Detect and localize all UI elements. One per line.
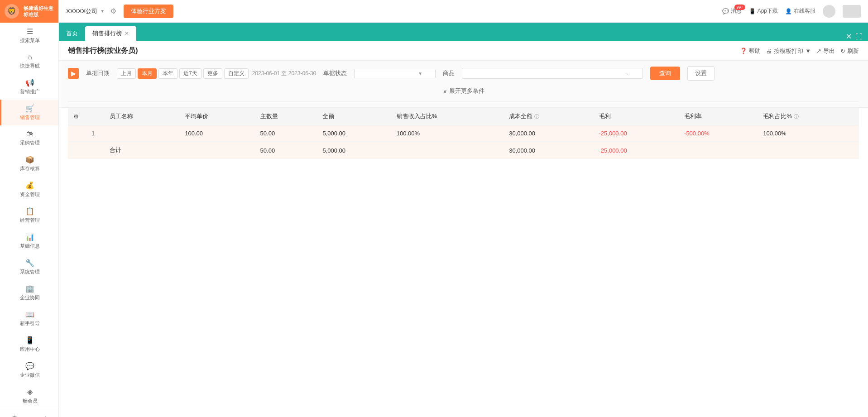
company-name: XXXXX公司	[66, 7, 97, 15]
cost-info-icon: ⓘ	[534, 114, 539, 119]
sidebar-item-finance[interactable]: 💰 资金管理	[0, 177, 58, 202]
help-button[interactable]: ❓ 帮助	[740, 47, 761, 55]
table-area: ⚙ 员工名称 平均单价 主数量 全额 销售收入占比% 成本全额 ⓘ 毛利 毛利率…	[59, 108, 868, 417]
col-total: 全额	[317, 108, 391, 125]
col-main-qty: 主数量	[255, 108, 317, 125]
table-settings-button[interactable]: 设置	[687, 66, 715, 81]
footer-gross-pct	[758, 142, 859, 159]
online-service-button[interactable]: 👤 在线客服	[785, 7, 815, 15]
export-button[interactable]: ↗ 导出	[816, 47, 835, 55]
notification-button[interactable]: 💬 消息 99+	[722, 7, 742, 15]
sidebar-item-quick-nav[interactable]: ⌂ 快捷导航	[0, 48, 58, 74]
sidebar-item-marketing[interactable]: 📢 营销推广	[0, 74, 58, 100]
close-all-tabs-button[interactable]: ✕	[846, 32, 852, 41]
topbar: XXXXX公司 ▼ ⚙ 体验行业方案 💬 消息 99+ 📱 App下载 👤 在线…	[59, 0, 868, 23]
sidebar-item-member[interactable]: ◈ 畅会员	[0, 383, 58, 409]
topbar-right: 💬 消息 99+ 📱 App下载 👤 在线客服	[722, 5, 861, 18]
main-content: XXXXX公司 ▼ ⚙ 体验行业方案 💬 消息 99+ 📱 App下载 👤 在线…	[59, 0, 868, 417]
tabs-actions: ✕ ⛶	[840, 32, 868, 41]
restore-tabs-button[interactable]: ⛶	[855, 33, 863, 41]
page-header: 销售排行榜(按业务员) ❓ 帮助 🖨 按模板打印 ▼ ↗ 导出 ↻ 刷新	[59, 41, 868, 61]
date-more-button[interactable]: 更多	[203, 68, 222, 79]
sidebar-item-operations[interactable]: 📋 经营管理	[0, 202, 58, 228]
date-prev-month-button[interactable]: 上月	[117, 68, 136, 79]
cell-rank: 1	[86, 125, 104, 142]
try-industry-button[interactable]: 体验行业方案	[124, 5, 173, 18]
sidebar-item-sales[interactable]: 🛒 销售管理	[0, 100, 58, 125]
operations-icon: 📋	[25, 207, 34, 216]
date-current-year-button[interactable]: 本年	[158, 68, 177, 79]
service-icon: 👤	[785, 8, 792, 14]
search-menu-icon: ☰	[27, 27, 33, 36]
status-select[interactable]: ▼	[354, 69, 436, 78]
tab-close-icon[interactable]: ✕	[125, 30, 129, 37]
cell-sales-pct: 100.00%	[391, 125, 504, 142]
tab-home[interactable]: 首页	[59, 26, 85, 41]
query-button[interactable]: 查询	[650, 67, 680, 80]
sidebar-item-inventory[interactable]: 📦 库存核算	[0, 151, 58, 177]
chevron-down-icon: ∨	[443, 88, 447, 95]
goods-label: 商品	[443, 69, 455, 77]
svg-text:🦁: 🦁	[7, 7, 16, 15]
table-header-row: ⚙ 员工名称 平均单价 主数量 全额 销售收入占比% 成本全额 ⓘ 毛利 毛利率…	[68, 108, 859, 125]
sidebar: 🦁 畅康通好生意 标准版 ☰ 搜索菜单 ⌂ 快捷导航 📢 营销推广 🛒 销售管理…	[0, 0, 59, 417]
sidebar-item-guide[interactable]: 📖 新手引导	[0, 306, 58, 331]
notification-badge: 99+	[734, 5, 745, 10]
sidebar-item-wechat[interactable]: 💬 企业微信	[0, 357, 58, 383]
sidebar-item-apps[interactable]: 📱 应用中心	[0, 331, 58, 357]
sidebar-item-purchase[interactable]: 🛍 采购管理	[0, 125, 58, 151]
col-cost-total: 成本全额 ⓘ	[504, 108, 593, 125]
system-icon: 🔧	[25, 259, 34, 267]
template-print-button[interactable]: 🖨 按模板打印 ▼	[766, 47, 811, 55]
print-icon: 🖨	[766, 48, 772, 54]
company-selector[interactable]: XXXXX公司 ▼	[66, 7, 105, 15]
collapse-icon[interactable]: ◄	[39, 414, 48, 417]
basic-icon: 📊	[25, 233, 34, 241]
footer-gross: -25,000.00	[594, 142, 679, 159]
cell-gear	[68, 125, 86, 142]
date-7days-button[interactable]: 近7天	[179, 68, 201, 79]
col-avg-price: 平均单价	[179, 108, 254, 125]
sales-icon: 🛒	[25, 104, 34, 113]
footer-sales-pct	[391, 142, 504, 159]
sidebar-item-basic[interactable]: 📊 基础信息	[0, 228, 58, 254]
footer-cost-total: 30,000.00	[504, 142, 593, 159]
date-range-display: 2023-06-01 至 2023-06-30	[252, 70, 316, 77]
sales-ranking-table: ⚙ 员工名称 平均单价 主数量 全额 销售收入占比% 成本全额 ⓘ 毛利 毛利率…	[68, 108, 859, 159]
date-custom-button[interactable]: 自定义	[224, 68, 249, 79]
footer-gross-rate	[679, 142, 758, 159]
expand-arrow-button[interactable]: ▶	[68, 68, 79, 79]
goods-select[interactable]: ...	[462, 68, 643, 79]
date-current-month-button[interactable]: 本月	[138, 68, 157, 79]
refresh-button[interactable]: ↻ 刷新	[840, 47, 859, 55]
refresh-icon: ↻	[840, 48, 845, 54]
page-title: 销售排行榜(按业务员)	[68, 46, 138, 56]
col-sales-pct: 销售收入占比%	[391, 108, 504, 125]
col-gross-pct: 毛利占比% ⓘ	[758, 108, 859, 125]
cell-gross-pct: 100.00%	[758, 125, 859, 142]
expand-conditions-row: ∨ 展开更多条件	[68, 81, 859, 102]
col-employee: 员工名称	[104, 108, 179, 125]
settings-bottom-icon[interactable]: ⚙	[11, 414, 18, 417]
cell-total: 5,000.00	[317, 125, 391, 142]
goods-more-link[interactable]: ...	[625, 70, 630, 77]
sidebar-item-enterprise[interactable]: 🏢 企业协同	[0, 280, 58, 306]
page-content: 销售排行榜(按业务员) ❓ 帮助 🖨 按模板打印 ▼ ↗ 导出 ↻ 刷新	[59, 41, 868, 417]
cell-main-qty: 50.00	[255, 125, 317, 142]
guide-icon: 📖	[25, 310, 34, 319]
filter-area: ▶ 单据日期 上月 本月 本年 近7天 更多 自定义 2023-06-01 至 …	[59, 61, 868, 108]
message-icon: 💬	[722, 8, 729, 14]
sidebar-item-system[interactable]: 🔧 系统管理	[0, 254, 58, 280]
topbar-settings-icon[interactable]: ⚙	[110, 7, 116, 15]
app-download-button[interactable]: 📱 App下载	[749, 7, 778, 15]
sidebar-item-search[interactable]: ☰ 搜索菜单	[0, 23, 58, 48]
user-avatar[interactable]	[823, 5, 835, 18]
user-name-placeholder	[843, 5, 861, 18]
tab-sales-ranking[interactable]: 销售排行榜 ✕	[85, 26, 136, 41]
date-filter-group: 上月 本月 本年 近7天 更多 自定义 2023-06-01 至 2023-06…	[117, 68, 316, 79]
table-footer-row: 合计 50.00 5,000.00 30,000.00 -25,000.00	[68, 142, 859, 159]
column-settings-icon[interactable]: ⚙	[73, 113, 79, 120]
footer-avg-price	[179, 142, 254, 159]
home-icon: ⌂	[28, 53, 32, 61]
expand-more-button[interactable]: ∨ 展开更多条件	[72, 84, 855, 98]
